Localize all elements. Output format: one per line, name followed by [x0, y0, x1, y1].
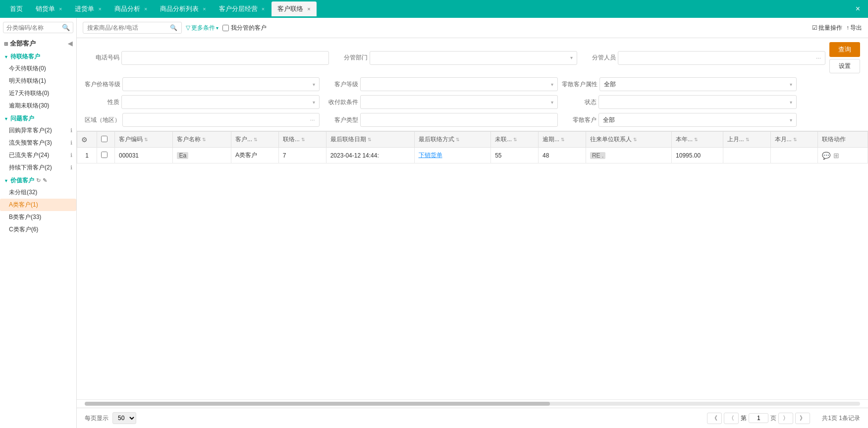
sidebar-item-class-b[interactable]: B类客户(33)	[0, 211, 76, 223]
sidebar-item-ungroup[interactable]: 未分组(32)	[0, 186, 76, 199]
sidebar-collapse-icon[interactable]: ◀	[68, 40, 72, 47]
manager-dots-icon: ···	[816, 54, 821, 61]
sidebar-group-problem[interactable]: ▼ 问题客户	[0, 112, 76, 124]
nav-tab-customer-segment[interactable]: 客户分层经营 ×	[213, 1, 271, 16]
filter-search-input[interactable]	[87, 24, 168, 31]
cell-last-month	[723, 148, 770, 163]
qr-icon[interactable]: ⊞	[833, 152, 839, 160]
scroll-track[interactable]	[85, 402, 860, 406]
sort-contact[interactable]: 联络... ⇅	[283, 135, 322, 144]
query-button[interactable]: 查询	[829, 42, 860, 57]
adv-row-4: 区域（地区） ··· 客户类型 零散客户 全部 ▾	[85, 113, 860, 127]
cell-checkbox[interactable]	[97, 148, 115, 163]
sort-no-contact[interactable]: 未联... ⇅	[495, 135, 534, 144]
price-level-input[interactable]: ▾	[122, 77, 320, 91]
cell-last-method[interactable]: 下销货单	[414, 148, 491, 163]
select-all-checkbox[interactable]	[101, 136, 108, 142]
phone-input[interactable]	[121, 51, 329, 65]
value-group-refresh[interactable]: ↻	[36, 177, 41, 184]
sort-last-method[interactable]: 最后联络方式 ⇅	[419, 135, 487, 144]
manager-input[interactable]: ···	[618, 51, 825, 65]
th-gear[interactable]: ⚙	[77, 132, 97, 148]
cust-type-input[interactable]	[360, 113, 558, 127]
cell-name: Ea	[173, 148, 231, 163]
cell-this-year: 10995.00	[672, 148, 723, 163]
status-input[interactable]: ▾	[598, 95, 797, 109]
first-page-btn[interactable]: 《	[707, 413, 722, 424]
unit-contact-text: RE .	[590, 152, 605, 159]
prev-page-btn[interactable]: 〈	[724, 413, 739, 424]
close-product-analysis-tab[interactable]: ×	[144, 6, 147, 12]
sort-last-month[interactable]: 上月... ⇅	[727, 135, 766, 144]
my-customers-checkbox[interactable]	[222, 25, 229, 31]
sidebar-all-customers-header[interactable]: ⊞ 全部客户 ◀	[0, 37, 76, 50]
close-sales-tab[interactable]: ×	[59, 6, 62, 12]
filter-search-icon[interactable]: 🔍	[170, 24, 177, 31]
sidebar-item-class-a[interactable]: A类客户(1)	[0, 199, 76, 211]
retail-cust-input[interactable]: 全部 ▾	[598, 113, 797, 127]
filter-more-btn[interactable]: ▽ 更多条件 ▾	[186, 24, 218, 32]
sort-this-month-icon: ⇅	[793, 137, 797, 142]
payment-input[interactable]: ▾	[360, 95, 558, 109]
pagination: 《 〈 第 页 〉 》	[707, 413, 810, 424]
sidebar-search-input[interactable]	[6, 24, 62, 31]
nav-tab-product-list[interactable]: 商品分析列表 ×	[154, 1, 212, 16]
sidebar-item-today[interactable]: 今天待联络(0)	[0, 62, 76, 75]
cell-no-contact: 55	[491, 148, 539, 163]
row-checkbox[interactable]	[101, 152, 108, 158]
page-number-input[interactable]	[749, 413, 768, 423]
gear-icon[interactable]: ⚙	[81, 136, 88, 144]
sort-unit-contact[interactable]: 往来单位联系人 ⇅	[590, 135, 667, 144]
customer-name-text[interactable]: Ea	[177, 152, 188, 159]
sidebar-item-lost[interactable]: 已流失客户(24) ℹ	[0, 149, 76, 161]
sort-overdue[interactable]: 逾期... ⇅	[542, 135, 582, 144]
scroll-thumb[interactable]	[85, 402, 550, 406]
nav-tab-product-analysis[interactable]: 商品分析 ×	[108, 1, 153, 16]
sort-code[interactable]: 客户编码 ⇅	[119, 135, 168, 144]
sidebar-item-declining[interactable]: 持续下滑客户(2) ℹ	[0, 161, 76, 174]
close-customer-contact-tab[interactable]: ×	[307, 6, 310, 12]
sidebar-item-class-c[interactable]: C类客户(6)	[0, 223, 76, 236]
filter-my-customers[interactable]: 我分管的客户	[222, 24, 267, 32]
payment-label: 收付款条件	[324, 98, 358, 107]
next-page-btn[interactable]: 〉	[778, 413, 793, 424]
area-input[interactable]: ···	[122, 113, 320, 127]
batch-op-btn[interactable]: ☑ 批量操作	[812, 24, 842, 32]
page-size-select[interactable]: 50	[112, 412, 136, 424]
nature-input[interactable]: ▾	[121, 95, 320, 109]
nav-tab-purchase[interactable]: 进货单 ×	[69, 1, 107, 16]
sidebar-item-loss-warning[interactable]: 流失预警客户(3) ℹ	[0, 137, 76, 149]
sort-name[interactable]: 客户名称 ⇅	[177, 135, 226, 144]
sidebar-item-7days[interactable]: 近7天待联络(0)	[0, 87, 76, 100]
export-btn[interactable]: ↑ 导出	[846, 24, 862, 32]
th-checkbox[interactable]	[97, 132, 115, 148]
sidebar-search-icon[interactable]: 🔍	[62, 24, 70, 31]
sidebar-search-box[interactable]: 🔍	[3, 22, 73, 33]
level-label: 客户等级	[324, 80, 358, 89]
chat-icon[interactable]: 💬	[822, 152, 830, 160]
value-group-edit[interactable]: ✎	[43, 177, 47, 184]
close-customer-segment-tab[interactable]: ×	[262, 6, 265, 12]
sort-this-month[interactable]: 本月... ⇅	[775, 135, 814, 144]
nav-tab-customer-contact[interactable]: 客户联络 ×	[271, 1, 316, 16]
window-close[interactable]: ×	[852, 2, 864, 15]
sidebar-group-pending[interactable]: ▼ 待联络客户	[0, 50, 76, 62]
sort-last-date[interactable]: 最后联络日期 ⇅	[330, 135, 410, 144]
retail-attr-input[interactable]: 全部 ▾	[599, 77, 797, 91]
sidebar-item-overdue[interactable]: 逾期未联络(30)	[0, 100, 76, 112]
filter-search-box[interactable]: 🔍	[83, 22, 182, 34]
sidebar-item-tomorrow[interactable]: 明天待联络(1)	[0, 75, 76, 87]
nav-tab-sales[interactable]: 销货单 ×	[30, 1, 68, 16]
level-input[interactable]: ▾	[360, 77, 558, 91]
close-product-list-tab[interactable]: ×	[203, 6, 206, 12]
sidebar-group-value[interactable]: ▼ 价值客户 ↻ ✎	[0, 174, 76, 186]
dept-input[interactable]: ▾	[370, 51, 577, 65]
nav-home[interactable]: 首页	[4, 1, 29, 16]
settings-button[interactable]: 设置	[829, 59, 860, 73]
sort-this-year[interactable]: 本年... ⇅	[676, 135, 719, 144]
last-page-btn[interactable]: 》	[795, 413, 810, 424]
sort-cust-level[interactable]: 客户... ⇅	[235, 135, 274, 144]
sidebar-item-abnormal[interactable]: 回购异常客户(2) ℹ	[0, 124, 76, 137]
last-method-link[interactable]: 下销货单	[419, 152, 442, 159]
close-purchase-tab[interactable]: ×	[98, 6, 101, 12]
